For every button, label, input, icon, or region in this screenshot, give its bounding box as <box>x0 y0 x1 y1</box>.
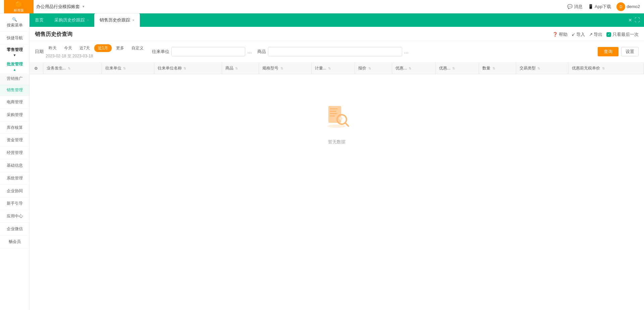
sidebar-section-wholesale[interactable]: 批发管理 ▲ <box>0 59 29 73</box>
sort-arrows-unit: ⇅ <box>328 66 331 70</box>
col-discount2[interactable]: 优惠... ⇅ <box>435 63 479 74</box>
goods-filter-group: 商品 ... <box>257 47 409 56</box>
svg-point-0 <box>327 124 346 128</box>
import-icon: ↙ <box>572 32 575 37</box>
message-btn[interactable]: 💬 消息 <box>567 4 583 10</box>
sidebar-item-search[interactable]: 🔍 搜索菜单 <box>0 13 29 32</box>
tab-sales-label: 销售历史价跟踪 <box>100 17 130 23</box>
empty-state: 暂无数据 <box>30 74 644 172</box>
tab-home-label: 首页 <box>35 17 44 23</box>
sidebar-item-guide[interactable]: 新手引导 <box>0 197 29 210</box>
filter-actions: 查询 设置 <box>598 47 639 56</box>
col-qty[interactable]: 数量 ⇅ <box>479 63 516 74</box>
sort-arrows-goods: ⇅ <box>235 66 238 70</box>
user-name: demo2 <box>627 4 640 9</box>
col-spec[interactable]: 规格型号 ⇅ <box>259 63 311 74</box>
col-price[interactable]: 报价 ⇅ <box>355 63 392 74</box>
col-pretax-price[interactable]: 优惠前无税单价 ⇅ <box>569 63 644 74</box>
partner-input[interactable] <box>171 47 245 56</box>
date-btn-1month[interactable]: 近1月 <box>94 44 112 52</box>
date-btn-today[interactable]: 今天 <box>61 44 75 52</box>
sidebar-item-purchase[interactable]: 采购管理 <box>0 109 29 121</box>
tab-bar: 首页 采购历史价跟踪 × 销售历史价跟踪 × × ⛶ <box>30 13 644 27</box>
tab-purchase-history[interactable]: 采购历史价跟踪 × <box>49 13 94 27</box>
date-btn-custom[interactable]: 自定义 <box>128 44 147 52</box>
download-icon: 📱 <box>588 4 593 9</box>
top-bar-left: 🟠 标准版 办公用品行业模拟账套 ▾ <box>4 0 85 13</box>
col-unit[interactable]: 计量... ⇅ <box>311 63 355 74</box>
sidebar-item-operations[interactable]: 经营管理 <box>0 147 29 159</box>
sidebar-item-vip[interactable]: 畅会员 <box>0 236 29 248</box>
date-btn-more[interactable]: 更多 <box>113 44 127 52</box>
message-label: 消息 <box>574 4 583 10</box>
tab-purchase-close[interactable]: × <box>87 18 89 22</box>
app-title: 办公用品行业模拟账套 <box>36 4 80 10</box>
sidebar-item-system[interactable]: 系统管理 <box>0 172 29 185</box>
date-btn-7days[interactable]: 近7天 <box>76 44 93 52</box>
sidebar-wholesale-sub: 营销推广 销售管理 <box>0 73 29 96</box>
sidebar-item-wechat[interactable]: 企业微信 <box>0 223 29 236</box>
col-settings[interactable]: ⚙ <box>30 63 43 74</box>
sidebar-item-quicknav[interactable]: 快捷导航 <box>0 32 29 45</box>
only-last-checkbox[interactable]: 只看最后一次 <box>606 32 639 38</box>
sort-arrows-tradetype: ⇅ <box>537 66 540 70</box>
help-icon: ❓ <box>552 32 558 37</box>
goods-input[interactable] <box>268 47 402 56</box>
svg-rect-4 <box>330 113 337 114</box>
sort-arrows-pretaxprice: ⇅ <box>602 66 605 70</box>
sort-arrows-qty: ⇅ <box>492 66 495 70</box>
tab-sales-history[interactable]: 销售历史价跟踪 × <box>94 13 140 27</box>
table-body: 暂无数据 <box>30 74 644 172</box>
sidebar-item-appcenter[interactable]: 应用中心 <box>0 210 29 223</box>
app-download-label: App下载 <box>595 4 611 10</box>
col-trade-type[interactable]: 交易类型 ⇅ <box>516 63 569 74</box>
main-layout: 🔍 搜索菜单 快捷导航 零售管理 ▼ 批发管理 ▲ 营销推广 销售管理 <box>0 13 644 310</box>
sidebar-item-basicinfo[interactable]: 基础信息 <box>0 159 29 172</box>
tab-home[interactable]: 首页 <box>30 13 49 27</box>
sidebar-item-marketing[interactable]: 营销推广 <box>0 73 29 85</box>
maximize-icon[interactable]: ⛶ <box>635 17 640 23</box>
sort-arrows-spec: ⇅ <box>280 66 283 70</box>
col-biz-date[interactable]: 业务发生... ⇅ <box>43 63 102 74</box>
message-icon: 💬 <box>567 4 573 9</box>
sidebar-item-enterprise[interactable]: 企业协同 <box>0 185 29 198</box>
col-goods[interactable]: 商品 ⇅ <box>222 63 259 74</box>
date-range-text: 2023-02-18 至 2023-03-18 <box>46 53 147 59</box>
goods-dots-btn[interactable]: ... <box>404 49 409 55</box>
sort-arrows-partnername: ⇅ <box>183 66 186 70</box>
sidebar-item-ecommerce[interactable]: 电商管理 <box>0 96 29 109</box>
top-bar: 🟠 标准版 办公用品行业模拟账套 ▾ 💬 消息 📱 App下载 D demo2 <box>0 0 644 13</box>
date-filter-wrapper: 昨天 今天 近7天 近1月 更多 自定义 2023-02-18 至 2023-0… <box>46 44 147 59</box>
svg-rect-2 <box>330 108 338 109</box>
wholesale-arrow-icon: ▲ <box>13 68 16 71</box>
sidebar-section-retail[interactable]: 零售管理 ▼ <box>0 44 29 59</box>
empty-row: 暂无数据 <box>30 74 644 172</box>
partner-dots-btn[interactable]: ... <box>247 49 252 55</box>
user-area[interactable]: D demo2 <box>616 2 640 11</box>
sort-arrows-bizdate: ⇅ <box>68 66 70 70</box>
col-partner-name[interactable]: 往来单位名称 ⇅ <box>154 63 222 74</box>
dropdown-icon[interactable]: ▾ <box>83 4 85 9</box>
sidebar-item-salesmgmt[interactable]: 销售管理 <box>0 85 29 96</box>
tab-sales-close[interactable]: × <box>132 18 134 22</box>
empty-svg <box>322 101 352 131</box>
data-table: ⚙ 业务发生... ⇅ 往来单位 ⇅ 往来单位名称 <box>30 63 644 172</box>
empty-text: 暂无数据 <box>328 139 345 145</box>
sidebar-item-capital[interactable]: 资金管理 <box>0 134 29 147</box>
sidebar-item-inventory[interactable]: 库存核算 <box>0 121 29 134</box>
partner-label: 往来单位 <box>152 49 169 55</box>
col-partner-code[interactable]: 往来单位 ⇅ <box>102 63 154 74</box>
page-title: 销售历史价查询 <box>35 31 72 38</box>
page-actions: ❓ 帮助 ↙ 导入 ↗ 导出 只看最后一次 <box>552 32 639 38</box>
col-discount1[interactable]: 优惠... ⇅ <box>392 63 436 74</box>
setting-button[interactable]: 设置 <box>621 47 639 56</box>
close-window-icon[interactable]: × <box>628 17 632 24</box>
query-button[interactable]: 查询 <box>598 47 619 56</box>
export-btn[interactable]: ↗ 导出 <box>589 32 602 38</box>
partner-filter-group: 往来单位 ... <box>152 47 252 56</box>
date-btn-yesterday[interactable]: 昨天 <box>46 44 60 52</box>
app-download-btn[interactable]: 📱 App下载 <box>588 4 611 10</box>
import-btn[interactable]: ↙ 导入 <box>572 32 585 38</box>
help-btn[interactable]: ❓ 帮助 <box>552 32 568 38</box>
empty-illustration <box>322 101 352 136</box>
